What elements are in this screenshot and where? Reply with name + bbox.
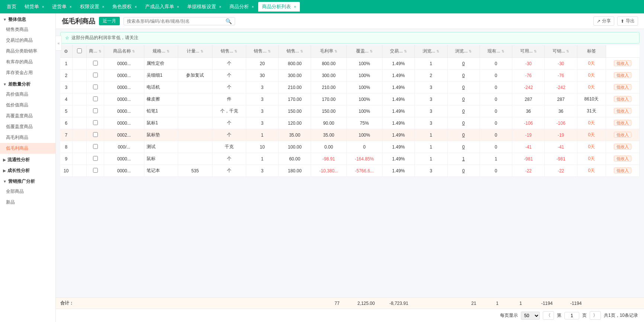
- col-sales-amount[interactable]: 销售... ⇅: [279, 45, 311, 58]
- row-checkbox[interactable]: [87, 93, 104, 105]
- col-gross-margin[interactable]: 毛利率 ⇅: [311, 45, 346, 58]
- col-saleable[interactable]: 可销... ⇅: [545, 45, 577, 58]
- col-tag[interactable]: 标签: [577, 45, 606, 58]
- sidebar-item-low-margin[interactable]: 低毛利商品: [0, 143, 55, 154]
- row-checkbox[interactable]: [87, 58, 104, 70]
- sidebar-item-low-value[interactable]: 低价值商品: [0, 100, 55, 111]
- browse1-link[interactable]: 0: [462, 168, 465, 173]
- nav-product-inbound[interactable]: 产成品入库单 ×: [141, 2, 183, 12]
- row-select-checkbox[interactable]: [93, 73, 98, 77]
- browse1-link[interactable]: 0: [462, 121, 465, 126]
- table-area[interactable]: ⚙ 商... ⇅ 商品名称 ⇅ 规格... ⇅ 计量... ⇅ 销售... ⇅ …: [60, 45, 640, 297]
- sidebar-group-overview[interactable]: ▼ 整体信息: [0, 13, 55, 24]
- sidebar-item-in-stock[interactable]: 有库存的商品: [0, 57, 55, 67]
- row-select-checkbox[interactable]: [93, 156, 98, 161]
- row-browse1[interactable]: 0: [447, 129, 480, 141]
- browse1-link[interactable]: 0: [462, 97, 465, 102]
- row-select-checkbox[interactable]: [93, 132, 98, 137]
- sidebar-collapse-button[interactable]: «: [56, 36, 62, 51]
- sidebar-group-liquidity[interactable]: ▶ 流通性分析: [0, 154, 55, 165]
- per-page-select[interactable]: 50 20 100: [521, 312, 540, 320]
- sidebar-item-high-value[interactable]: 高价值商品: [0, 89, 55, 100]
- row-browse1[interactable]: 1: [447, 153, 480, 165]
- row-select-checkbox[interactable]: [93, 108, 98, 113]
- next-page-button[interactable]: 〉: [590, 311, 601, 320]
- browse1-link[interactable]: 0: [462, 73, 465, 78]
- nav-role-auth[interactable]: 角色授权 ×: [109, 2, 140, 12]
- sidebar-item-stock-capital[interactable]: 库存资金占用: [0, 67, 55, 78]
- col-current-stock[interactable]: 现有... ⇅: [480, 45, 512, 58]
- nav-template-settings[interactable]: 单据模板设置 ×: [183, 2, 225, 12]
- search-input[interactable]: [127, 19, 225, 24]
- select-all-checkbox[interactable]: [77, 48, 82, 53]
- nav-sales-order[interactable]: 销货单 ×: [21, 2, 48, 12]
- col-spec[interactable]: 规格... ⇅: [144, 45, 178, 58]
- row-select-checkbox[interactable]: [93, 85, 98, 89]
- export-button[interactable]: ⬆ 导出: [617, 16, 638, 26]
- sidebar-item-category-sales-rate[interactable]: 商品分类助销率: [0, 46, 55, 57]
- nav-home[interactable]: 首页: [3, 2, 20, 12]
- row-browse1[interactable]: 0: [447, 93, 480, 105]
- close-icon[interactable]: ×: [42, 5, 44, 9]
- col-browse1[interactable]: 浏览... ⇅: [415, 45, 447, 58]
- row-browse1[interactable]: 0: [447, 141, 480, 153]
- row-checkbox[interactable]: [87, 82, 104, 93]
- row-browse1[interactable]: 0: [447, 82, 480, 93]
- col-browse2[interactable]: 浏览... ⇅: [447, 45, 480, 58]
- col-code[interactable]: 商... ⇅: [87, 45, 104, 58]
- page-input[interactable]: [564, 312, 579, 319]
- col-checkbox[interactable]: [72, 45, 87, 58]
- browse1-link[interactable]: 0: [462, 85, 465, 90]
- col-name[interactable]: 商品名称 ⇅: [104, 45, 144, 58]
- close-icon[interactable]: ×: [219, 5, 221, 9]
- row-browse1[interactable]: 0: [447, 58, 480, 70]
- browse1-link[interactable]: 0: [462, 133, 465, 138]
- row-select-checkbox[interactable]: [93, 120, 98, 125]
- col-available[interactable]: 可用... ⇅: [512, 45, 545, 58]
- sidebar-item-high-coverage[interactable]: 高覆盖度商品: [0, 111, 55, 121]
- row-checkbox[interactable]: [87, 141, 104, 153]
- nav-product-analysis-list[interactable]: 商品分析列表 ×: [258, 2, 299, 12]
- close-icon[interactable]: ×: [102, 5, 105, 9]
- row-checkbox[interactable]: [87, 129, 104, 141]
- row-checkbox[interactable]: [87, 105, 104, 117]
- row-select-checkbox[interactable]: [93, 168, 98, 173]
- row-checkbox[interactable]: [87, 153, 104, 165]
- browse1-link[interactable]: 0: [462, 109, 465, 114]
- col-setting[interactable]: ⚙: [60, 45, 72, 58]
- sidebar-item-all-products[interactable]: 全部商品: [0, 186, 55, 197]
- nav-permission[interactable]: 权限设置 ×: [76, 2, 108, 12]
- row-browse1[interactable]: 0: [447, 165, 480, 177]
- close-icon[interactable]: ×: [177, 5, 179, 9]
- close-icon[interactable]: ×: [70, 5, 72, 9]
- search-box[interactable]: 🔍: [124, 17, 235, 25]
- row-browse1[interactable]: 0: [447, 70, 480, 82]
- prev-page-button[interactable]: 〈: [543, 311, 554, 320]
- row-checkbox[interactable]: [87, 165, 104, 177]
- col-unit[interactable]: 计量... ⇅: [178, 45, 212, 58]
- sidebar-group-quantity-analysis[interactable]: ▼ 差数量分析: [0, 78, 55, 89]
- col-trade[interactable]: 交易... ⇅: [382, 45, 414, 58]
- col-sales-qty[interactable]: 销售... ⇅: [212, 45, 246, 58]
- row-checkbox[interactable]: [87, 70, 104, 82]
- sidebar-item-new-products[interactable]: 新品: [0, 197, 55, 208]
- sidebar-item-high-margin[interactable]: 高毛利商品: [0, 132, 55, 143]
- row-select-checkbox[interactable]: [93, 61, 98, 66]
- close-icon[interactable]: ×: [294, 5, 296, 9]
- browse1-link[interactable]: 1: [462, 156, 465, 162]
- close-icon[interactable]: ×: [251, 5, 254, 9]
- sidebar-item-low-coverage[interactable]: 低覆盖度商品: [0, 121, 55, 132]
- row-browse1[interactable]: 0: [447, 117, 480, 129]
- row-select-checkbox[interactable]: [93, 144, 98, 149]
- search-icon[interactable]: 🔍: [225, 18, 232, 24]
- sidebar-item-sales-products[interactable]: 销售类商品: [0, 24, 55, 35]
- row-select-checkbox[interactable]: [93, 96, 98, 101]
- nav-purchase-order[interactable]: 进货单 ×: [48, 2, 75, 12]
- row-checkbox[interactable]: [87, 117, 104, 129]
- row-browse1[interactable]: 0: [447, 105, 480, 117]
- browse1-link[interactable]: 0: [462, 144, 465, 150]
- sidebar-group-growth[interactable]: ▶ 成长性分析: [0, 165, 55, 175]
- close-icon[interactable]: ×: [135, 5, 137, 9]
- sidebar-group-marketing[interactable]: ▼ 营销推广分析: [0, 175, 55, 186]
- share-button[interactable]: ↗ 分享: [593, 16, 614, 26]
